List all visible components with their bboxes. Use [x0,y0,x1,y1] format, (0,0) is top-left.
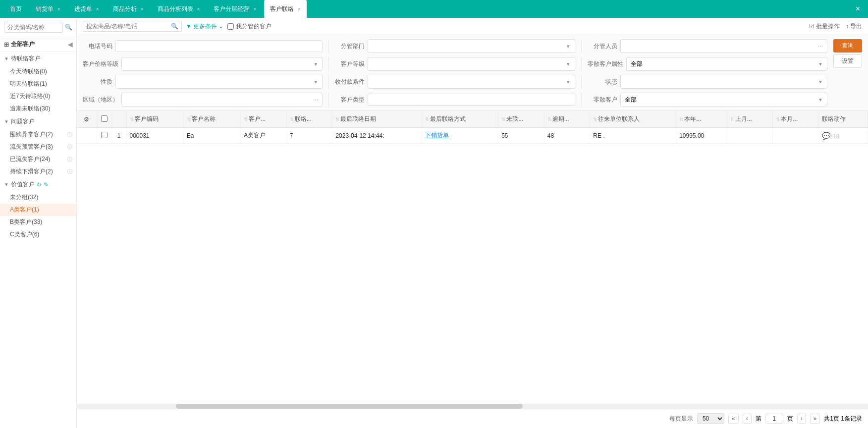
filter-cell-status: 状态 ▼ [588,75,827,89]
close-all-button[interactable]: × [852,2,864,15]
sidebar-search-input[interactable] [4,22,63,33]
filter-select-payment[interactable]: ▼ [368,75,575,89]
filter-cell-region: 区域（地区） ··· [83,93,323,107]
nav-item-customer-contact[interactable]: 客户联络 × [264,0,307,18]
toolbar-search-input[interactable] [86,23,171,30]
filter-select-retail-attr[interactable]: 全部 ▼ [626,57,827,71]
filter-select-dept[interactable]: ▼ [368,39,575,53]
per-page-select[interactable]: 50 100 [697,413,724,424]
horizontal-scrollbar[interactable] [77,404,868,409]
sidebar-search-icon[interactable]: 🔍 [65,24,72,31]
th-no-contact[interactable]: ⇅未联... [498,111,544,128]
filter-select-status[interactable]: ▼ [620,75,827,89]
batch-op-button[interactable]: ☑ 批量操作 [809,22,840,31]
filter-select-retail[interactable]: 全部 ▼ [620,93,827,107]
nav-item-sales[interactable]: 销货单 × [30,0,66,18]
qr-icon[interactable]: ⊞ [833,132,839,140]
sort-nocontact-icon: ⇅ [501,116,505,122]
value-refresh-icon[interactable]: ↻ [37,181,42,188]
filter-more-btn[interactable]: ▼ 更多条件 ⌄ [186,22,223,31]
filter-label-cust-type: 客户类型 [335,96,365,104]
td-code[interactable]: 000031 [126,128,183,144]
filter-select-cust-level[interactable]: ▼ [368,57,575,71]
th-last-method[interactable]: ⇅最后联络方式 [422,111,498,128]
value-edit-icon[interactable]: ✎ [44,181,49,188]
sidebar-item-declining-label: 持续下滑客户(2) [10,167,53,176]
td-name[interactable]: Ea [183,128,240,144]
last-page-button[interactable]: » [810,414,820,424]
filter-select-person[interactable]: ··· [620,39,827,53]
nav-item-analysis[interactable]: 商品分析 × [107,0,150,18]
select-all-checkbox[interactable] [101,115,108,122]
th-settings[interactable]: ⚙ [77,111,97,128]
sidebar-item-churn-warning[interactable]: 流失预警客户(3) ⓘ [0,141,76,153]
sidebar-item-abnormal[interactable]: 囤购异常客户(2) ⓘ [0,128,76,141]
sidebar-title: 全部客户 [11,40,35,49]
sidebar-group-value[interactable]: ▼ 价值客户 ↻ ✎ [0,178,76,191]
td-current-year: 10995.00 [676,128,727,144]
my-customers-checkbox-label[interactable]: 我分管的客户 [227,22,271,31]
filter-input-cust-type[interactable] [368,94,575,106]
th-last-date[interactable]: ⇅最后联络日期 [332,111,422,128]
sidebar-item-tomorrow[interactable]: 明天待联络(1) [0,78,76,90]
nav-purchase-close[interactable]: × [96,6,99,12]
nav-analysis-list-close[interactable]: × [197,6,200,12]
content-area: 🔍 ▼ 更多条件 ⌄ 我分管的客户 ☑ 批量操作 ↑ 导出 [77,18,868,428]
sidebar-item-churned[interactable]: 已流失客户(24) ⓘ [0,153,76,165]
nav-sales-close[interactable]: × [57,6,60,12]
th-contact-count[interactable]: ⇅联络... [286,111,332,128]
sidebar-collapse-icon[interactable]: ◀ [68,41,72,48]
price-level-arrow-icon: ▼ [313,61,318,67]
th-current-month[interactable]: ⇅本月... [773,111,819,128]
sidebar-item-b-class[interactable]: B类客户(33) [0,216,76,228]
nav-analysis-close[interactable]: × [141,6,144,12]
sidebar-item-abnormal-label: 囤购异常客户(2) [10,130,53,139]
th-level[interactable]: ⇅客户... [241,111,287,128]
th-name[interactable]: ⇅客户名称 [183,111,240,128]
chat-icon[interactable]: 💬 [822,132,830,140]
toolbar-search-icon[interactable]: 🔍 [171,23,178,30]
filter-input-phone[interactable] [115,40,323,52]
last-method-link[interactable]: 下销货单 [425,132,449,139]
next-page-button[interactable]: › [797,414,806,424]
th-contact-person[interactable]: ⇅往来单位联系人 [590,111,676,128]
my-customers-checkbox[interactable] [227,23,234,30]
sidebar-group-pending[interactable]: ▼ 待联络客户 [0,52,76,65]
page-number-input[interactable] [765,414,783,424]
sidebar-item-week[interactable]: 近7天待联络(0) [0,90,76,103]
sidebar-item-overdue[interactable]: 逾期未联络(30) [0,103,76,115]
settings-button[interactable]: 设置 [833,54,862,68]
filter-select-nature[interactable]: ▼ [115,75,323,89]
sidebar-item-c-class[interactable]: C类客户(6) [0,228,76,241]
nav-item-home[interactable]: 首页 [4,0,28,18]
th-overdue[interactable]: ⇅逾期... [544,111,590,128]
filter-select-region[interactable]: ··· [121,93,323,107]
th-code[interactable]: ⇅客户编码 [126,111,183,128]
th-checkbox[interactable] [97,111,111,128]
first-page-button[interactable]: « [728,414,739,424]
sidebar-item-declining[interactable]: 持续下滑客户(2) ⓘ [0,165,76,178]
data-table: ⚙ ⇅客户编码 ⇅客户名称 ⇅客户... ⇅联络... ⇅最后联络日期 ⇅最后联… [77,111,868,144]
nav-item-analysis-list[interactable]: 商品分析列表 × [152,0,206,18]
sidebar-group-problem[interactable]: ▼ 问题客户 [0,115,76,128]
prev-page-button[interactable]: ‹ [743,414,752,424]
th-current-year[interactable]: ⇅本年... [676,111,727,128]
sidebar-item-churned-label: 已流失客户(24) [10,155,50,163]
nav-contact-close[interactable]: × [298,6,301,12]
sidebar-item-a-class[interactable]: A类客户(1) [0,204,76,216]
td-last-method[interactable]: 下销货单 [422,128,498,144]
query-button[interactable]: 查询 [833,39,862,53]
export-button[interactable]: ↑ 导出 [846,22,862,31]
td-checkbox[interactable] [97,128,111,144]
th-last-month[interactable]: ⇅上月... [727,111,773,128]
sidebar-item-today[interactable]: 今天待联络(0) [0,65,76,78]
horizontal-scroll-thumb[interactable] [176,404,523,409]
nav-item-customer-segmentation[interactable]: 客户分层经营 × [208,0,262,18]
table-row: 1 000031 Ea A类客户 7 2023-04-12 14:44: 下销货… [77,128,868,144]
nav-segmentation-close[interactable]: × [253,6,256,12]
triangle-icon-3: ▼ [4,182,9,187]
filter-select-price-level[interactable]: ▼ [121,57,323,71]
row-checkbox[interactable] [101,132,108,138]
sidebar-item-ungroup[interactable]: 未分组(32) [0,191,76,204]
nav-item-purchase[interactable]: 进货单 × [68,0,105,18]
